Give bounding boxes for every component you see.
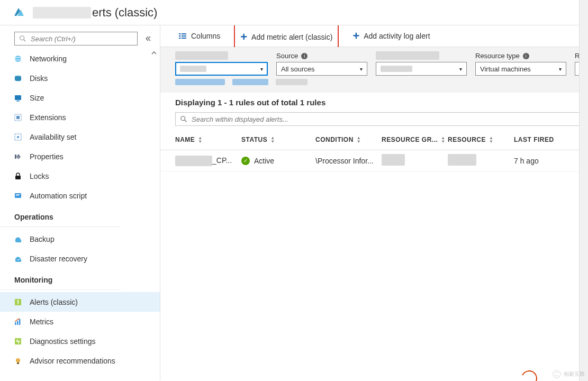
scroll-up-arrow[interactable] (151, 49, 158, 55)
table-row[interactable]: _CP...✓Active\Processor Infor...7 h ago (160, 150, 588, 171)
chevron-double-left-icon (145, 35, 151, 42)
svg-rect-15 (16, 195, 19, 196)
columns-button[interactable]: Columns (175, 28, 223, 44)
sort-icon: ▲▼ (489, 136, 493, 143)
svg-point-10 (17, 136, 19, 138)
sidebar-item-diagnostics-settings[interactable]: Diagnostics settings (0, 331, 160, 351)
sort-icon: ▲▼ (198, 136, 202, 143)
redacted-label (376, 51, 439, 60)
add-metric-alert-button[interactable]: + Add metric alert (classic) (234, 25, 339, 50)
filter-bar: ▾ Sourcei All sources▾ ▾ Resource ty (160, 47, 588, 93)
sidebar-item-label: Extensions (30, 113, 66, 122)
diagnostics-icon (14, 337, 22, 346)
toolbar: Columns + Add metric alert (classic) + A… (160, 25, 588, 47)
sidebar-item-locks[interactable]: Locks (0, 166, 160, 186)
svg-rect-6 (16, 101, 20, 102)
sidebar-item-label: Advisor recommendations (30, 357, 115, 365)
svg-rect-26 (179, 35, 181, 37)
chevron-down-icon: ▾ (260, 66, 263, 72)
resource-type-dropdown[interactable]: Virtual machines▾ (475, 62, 566, 76)
chevron-down-icon: ▾ (559, 66, 562, 72)
sidebar-item-advisor-recommendations[interactable]: Advisor recommendations (0, 351, 160, 370)
advisor-icon (14, 357, 22, 365)
sidebar-item-alerts-classic[interactable]: Alerts (classic) (0, 292, 160, 312)
svg-rect-29 (182, 35, 186, 37)
redacted-label (175, 51, 228, 60)
alert-icon (14, 298, 22, 306)
lock-icon (14, 172, 22, 180)
search-icon (180, 115, 187, 123)
sidebar-item-properties[interactable]: Properties (0, 147, 160, 166)
col-condition[interactable]: CONDITION▲▼ (315, 136, 382, 143)
svg-point-2 (15, 56, 21, 62)
results-search-input[interactable] (192, 115, 583, 123)
sidebar-search[interactable] (14, 32, 138, 46)
col-resource-group[interactable]: RESOURCE GR...▲▼ (382, 136, 448, 143)
disks-icon (14, 74, 22, 83)
svg-rect-12 (15, 176, 21, 179)
sidebar-item-disks[interactable]: Disks (0, 68, 160, 88)
sidebar-item-label: Diagnostics settings (30, 337, 96, 346)
sidebar-search-input[interactable] (31, 35, 133, 43)
sidebar-item-backup[interactable]: Backup (0, 229, 160, 249)
col-name[interactable]: NAME▲▼ (175, 136, 241, 143)
subscription-dropdown[interactable]: ▾ (175, 62, 268, 76)
info-icon[interactable]: i (301, 53, 307, 59)
svg-line-32 (185, 120, 187, 122)
sort-icon: ▲▼ (270, 136, 275, 143)
table-header: NAME▲▼ STATUS▲▼ CONDITION▲▼ RESOURCE GR.… (160, 129, 588, 150)
recovery-icon (14, 255, 22, 263)
nav-section-header: Monitoring (0, 268, 121, 290)
svg-rect-25 (179, 33, 181, 34)
col-last-fired[interactable]: LAST FIRED (514, 136, 577, 143)
results-summary: Displaying 1 - 1 rules out of total 1 ru… (160, 93, 588, 112)
sidebar-item-label: Alerts (classic) (30, 298, 78, 306)
svg-rect-8 (16, 116, 20, 119)
sidebar-item-label: Automation script (30, 192, 87, 200)
svg-rect-21 (19, 319, 21, 325)
redacted-chip (175, 79, 225, 85)
redacted-chip (232, 79, 268, 85)
vertical-scrollbar[interactable] (579, 0, 588, 381)
sidebar-item-label: Properties (30, 152, 64, 161)
source-dropdown[interactable]: All sources▾ (276, 62, 367, 76)
results-search[interactable] (175, 112, 588, 126)
status-active-icon: ✓ (241, 157, 250, 165)
metrics-icon (14, 318, 22, 326)
script-icon (14, 192, 22, 200)
sidebar-item-automation-script[interactable]: Automation script (0, 186, 160, 205)
svg-point-0 (20, 36, 24, 40)
svg-rect-28 (182, 33, 186, 34)
sidebar-item-networking[interactable]: Networking (0, 49, 160, 68)
sidebar-item-label: Disaster recovery (30, 255, 87, 263)
svg-line-1 (24, 40, 26, 42)
svg-rect-5 (15, 95, 21, 100)
nav-section-header: Operations (0, 205, 121, 227)
info-icon[interactable]: i (523, 53, 529, 59)
col-status[interactable]: STATUS▲▼ (241, 136, 315, 143)
cell-name: _CP... (175, 156, 241, 166)
add-metric-label: Add metric alert (classic) (251, 33, 332, 41)
extensions-icon (14, 113, 22, 122)
add-activity-log-alert-button[interactable]: + Add activity log alert (349, 28, 433, 44)
network-icon (14, 55, 22, 63)
azure-logo-icon (13, 6, 25, 19)
sidebar-item-disaster-recovery[interactable]: Disaster recovery (0, 249, 160, 268)
svg-point-23 (16, 358, 20, 362)
col-resource[interactable]: RESOURCE▲▼ (448, 136, 514, 143)
svg-rect-14 (16, 194, 20, 195)
sidebar-item-extensions[interactable]: Extensions (0, 107, 160, 127)
plus-icon: + (240, 31, 247, 43)
sidebar-item-label: Backup (30, 235, 55, 243)
sidebar-item-metrics[interactable]: Metrics (0, 312, 160, 331)
sidebar-item-availability-set[interactable]: Availability set (0, 127, 160, 147)
plus-icon: + (352, 30, 359, 42)
sidebar-item-size[interactable]: Size (0, 88, 160, 107)
chevron-down-icon: ▾ (360, 66, 363, 72)
search-icon (19, 35, 26, 42)
resource-group-dropdown[interactable]: ▾ (376, 62, 467, 76)
svg-rect-24 (17, 362, 19, 364)
redacted-title-prefix (33, 7, 91, 19)
collapse-sidebar-button[interactable] (144, 34, 152, 43)
table-body: _CP...✓Active\Processor Infor...7 h ago (160, 150, 588, 171)
